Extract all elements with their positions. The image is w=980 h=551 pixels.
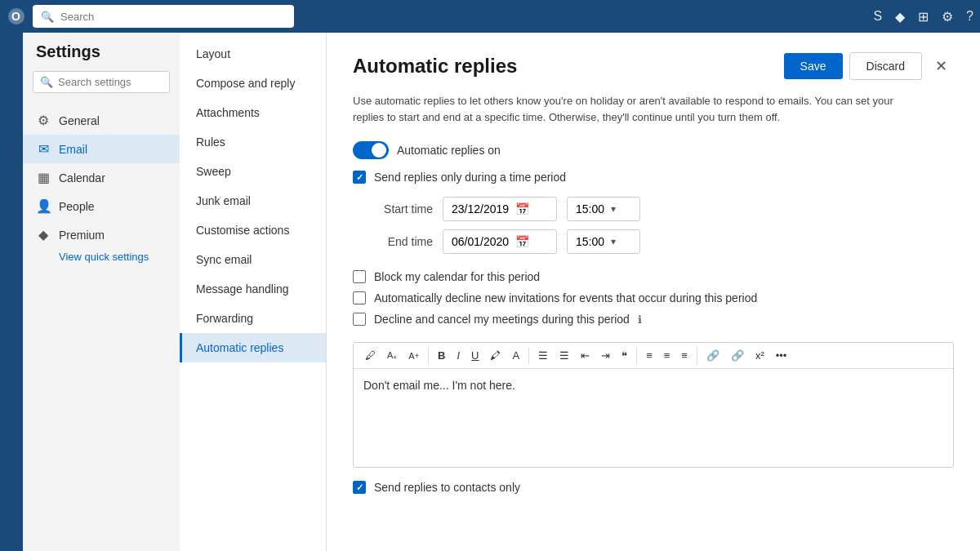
- settings-nav-message[interactable]: Message handling: [180, 274, 326, 304]
- end-time-value: 15:00: [576, 235, 604, 248]
- start-time-label: Start time: [376, 202, 433, 216]
- top-icons: S ◆ ⊞ ⚙ ?: [873, 9, 973, 24]
- settings-nav-sweep[interactable]: Sweep: [180, 157, 326, 186]
- toolbar-unlink-btn[interactable]: 🔗: [726, 346, 749, 365]
- sidebar: Settings 🔍 ⚙ General ✉ Email ▦ Calendar …: [23, 33, 180, 551]
- toolbar-align-right-btn[interactable]: ≡: [676, 346, 693, 365]
- toolbar-align-left-btn[interactable]: ≡: [641, 346, 657, 365]
- toolbar-quote-btn[interactable]: ❝: [617, 346, 632, 365]
- save-button[interactable]: Save: [784, 53, 843, 79]
- send-replies-row: Send replies only during a time period: [353, 171, 954, 184]
- sidebar-item-label-general: General: [59, 114, 100, 127]
- discard-button[interactable]: Discard: [849, 52, 922, 80]
- page-title: Automatic replies: [353, 55, 517, 78]
- apps-icon[interactable]: ⊞: [918, 9, 929, 24]
- header-buttons: Save Discard ✕: [784, 52, 954, 80]
- skype-icon[interactable]: S: [873, 9, 882, 24]
- settings-nav-sync[interactable]: Sync email: [180, 245, 326, 274]
- end-time-select[interactable]: 15:00 ▾: [567, 229, 640, 254]
- bottom-section: Send replies to contacts only: [353, 481, 954, 494]
- chevron-down-icon-end: ▾: [611, 236, 616, 247]
- gear-icon: ⚙: [36, 113, 51, 128]
- sidebar-search-input[interactable]: [58, 76, 163, 88]
- toolbar-numbering-btn[interactable]: ☰: [555, 346, 574, 365]
- toolbar-row: 🖊 Aₓ A+ B I U 🖍 A ☰ ☰ ⇤ ⇥ ❝ ≡ ≡ ≡: [354, 343, 953, 369]
- sidebar-item-calendar[interactable]: ▦ Calendar: [23, 163, 180, 192]
- toolbar-bold-btn[interactable]: B: [433, 346, 450, 365]
- start-date-input[interactable]: 23/12/2019 📅: [443, 197, 557, 221]
- sidebar-search-box[interactable]: 🔍: [33, 71, 170, 93]
- toolbar-highlight-btn[interactable]: 🖍: [485, 346, 506, 365]
- settings-nav-customise[interactable]: Customise actions: [180, 216, 326, 245]
- toolbar-underline-btn[interactable]: U: [466, 346, 483, 365]
- settings-nav-compose[interactable]: Compose and reply: [180, 69, 326, 98]
- sidebar-item-email[interactable]: ✉ Email: [23, 135, 180, 163]
- settings-nav-attachments[interactable]: Attachments: [180, 98, 326, 127]
- sidebar-item-premium[interactable]: ◆ Premium: [23, 220, 180, 249]
- toolbar-sep2: [528, 348, 529, 364]
- toolbar-superscript-btn[interactable]: x²: [751, 346, 769, 365]
- sidebar-item-people[interactable]: 👤 People: [23, 192, 180, 220]
- send-replies-checkbox[interactable]: [353, 171, 366, 184]
- settings-nav-automatic[interactable]: Automatic replies: [180, 333, 326, 362]
- left-nav: [0, 33, 23, 551]
- decline-meetings-checkbox[interactable]: [353, 313, 366, 326]
- block-calendar-checkbox[interactable]: [353, 270, 366, 283]
- sidebar-item-label-people: People: [59, 200, 95, 213]
- premium-icon: ◆: [36, 227, 51, 242]
- sidebar-item-label-premium: Premium: [59, 229, 105, 242]
- option-block-calendar: Block my calendar for this period: [353, 270, 954, 283]
- toolbar-fontsize-btn[interactable]: Aₓ: [382, 347, 402, 364]
- toolbar-fontcolor-btn[interactable]: A: [507, 346, 524, 365]
- toolbar-more-btn[interactable]: •••: [771, 346, 792, 365]
- toggle-row: Automatic replies on: [353, 141, 954, 159]
- store-icon[interactable]: ◆: [895, 9, 905, 24]
- toggle-label: Automatic replies on: [397, 144, 501, 157]
- main-layout: Settings 🔍 ⚙ General ✉ Email ▦ Calendar …: [0, 33, 980, 551]
- toolbar-link-btn[interactable]: 🔗: [702, 346, 724, 365]
- editor-container: 🖊 Aₓ A+ B I U 🖍 A ☰ ☰ ⇤ ⇥ ❝ ≡ ≡ ≡: [353, 342, 954, 468]
- info-icon: ℹ: [638, 313, 642, 326]
- toolbar-format-btn[interactable]: 🖊: [360, 346, 381, 365]
- view-quick-settings[interactable]: View quick settings: [23, 249, 180, 269]
- automatic-replies-toggle[interactable]: [353, 141, 389, 159]
- toolbar-bullets-btn[interactable]: ☰: [533, 346, 553, 365]
- content-header: Automatic replies Save Discard ✕: [353, 52, 954, 80]
- toolbar-sep1: [428, 348, 429, 364]
- settings-nav-rules[interactable]: Rules: [180, 127, 326, 157]
- editor-body[interactable]: Don't email me... I'm not here.: [354, 369, 953, 467]
- search-input[interactable]: [60, 11, 286, 23]
- decline-invitations-checkbox[interactable]: [353, 291, 366, 304]
- help-icon[interactable]: ?: [966, 9, 973, 24]
- settings-nav-junk[interactable]: Junk email: [180, 186, 326, 216]
- description-text: Use automatic replies to let others know…: [353, 93, 924, 125]
- end-date-input[interactable]: 06/01/2020 📅: [443, 229, 557, 254]
- send-replies-label: Send replies only during a time period: [374, 171, 566, 184]
- toolbar-align-center-btn[interactable]: ≡: [659, 346, 675, 365]
- start-time-select[interactable]: 15:00 ▾: [567, 197, 640, 221]
- options-section: Block my calendar for this period Automa…: [353, 270, 954, 326]
- send-contacts-checkbox[interactable]: [353, 481, 366, 494]
- settings-icon[interactable]: ⚙: [942, 9, 953, 24]
- toolbar-sep4: [697, 348, 697, 364]
- sidebar-title: Settings: [23, 42, 180, 71]
- toolbar-fontsize-up-btn[interactable]: A+: [403, 348, 424, 364]
- decline-meetings-label: Decline and cancel my meetings during th…: [374, 313, 630, 326]
- sidebar-item-label-email: Email: [59, 143, 87, 156]
- calendar-icon: ▦: [36, 170, 51, 185]
- sidebar-search-icon: 🔍: [40, 76, 53, 88]
- email-icon: ✉: [36, 141, 51, 157]
- end-time-label: End time: [376, 235, 433, 248]
- top-search-box[interactable]: 🔍: [33, 5, 294, 28]
- settings-nav-forwarding[interactable]: Forwarding: [180, 304, 326, 333]
- settings-nav-layout[interactable]: Layout: [180, 39, 326, 69]
- start-time-value: 15:00: [576, 202, 604, 216]
- search-icon: 🔍: [41, 11, 54, 23]
- sidebar-item-general[interactable]: ⚙ General: [23, 106, 180, 135]
- time-period-section: Start time 23/12/2019 📅 15:00 ▾ End time…: [353, 197, 954, 254]
- toolbar-outdent-btn[interactable]: ⇤: [576, 346, 595, 365]
- top-bar: O 🔍 S ◆ ⊞ ⚙ ?: [0, 0, 980, 33]
- toolbar-italic-btn[interactable]: I: [452, 346, 465, 365]
- close-button[interactable]: ✕: [929, 54, 954, 78]
- toolbar-indent-btn[interactable]: ⇥: [596, 346, 615, 365]
